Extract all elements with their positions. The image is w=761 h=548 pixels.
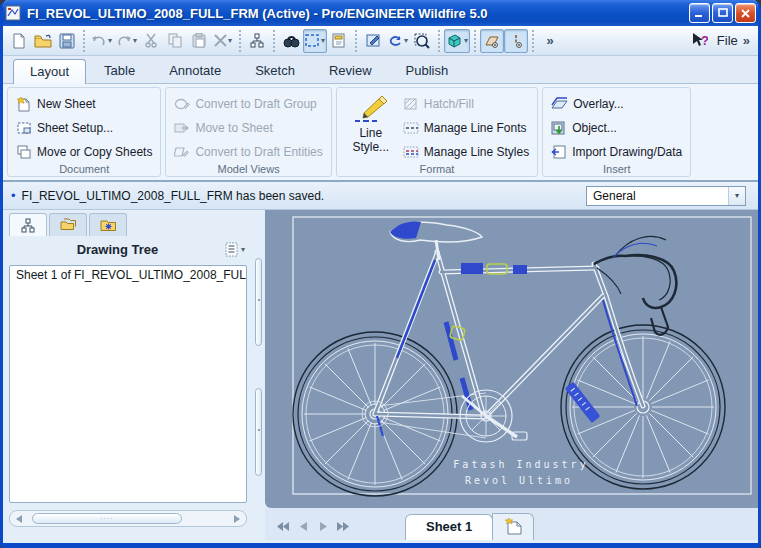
convert-to-draft-entities-button[interactable]: Convert to Draft Entities [174, 140, 322, 164]
line-style-button[interactable]: Line Style... [345, 92, 397, 164]
new-sheet-button[interactable]: New Sheet [16, 92, 152, 116]
tab-review[interactable]: Review [313, 59, 388, 83]
splitter-handle-lower[interactable] [255, 388, 262, 476]
refresh-caret[interactable]: ▾ [404, 36, 408, 45]
sheet-frame [293, 217, 751, 494]
ribbon-group-format: Line Style... Hatch/Fill Manage Line Fon… [336, 87, 538, 177]
new-sheet-tab-button[interactable] [492, 513, 534, 540]
tab-model-tree[interactable] [9, 213, 47, 236]
main-toolbar: ▾ ▾ ▾ ▾ ▾ ▾ [3, 26, 758, 56]
tab-publish[interactable]: Publish [390, 59, 465, 83]
overlay-label: Overlay... [573, 97, 623, 111]
next-sheet-button[interactable] [313, 515, 333, 537]
ribbon: New Sheet Sheet Setup... Move or Copy Sh… [3, 84, 758, 182]
brand-text-line1: Fatash Industry [453, 459, 588, 470]
scrollbar-thumb[interactable]: ···· [32, 513, 182, 524]
redo-button[interactable]: ▾ [114, 29, 139, 53]
combobox-dropdown-icon[interactable]: ▾ [728, 187, 745, 205]
undo-caret[interactable]: ▾ [108, 36, 112, 45]
new-sheet-label: New Sheet [37, 97, 96, 111]
datum-planes-toggle[interactable] [480, 29, 504, 53]
select-items-button[interactable]: ▾ [303, 29, 327, 53]
tree-settings-button[interactable]: ▾ [224, 242, 245, 257]
display-style-button[interactable]: ▾ [444, 29, 470, 53]
scroll-left-icon[interactable] [12, 515, 26, 523]
scroll-right-icon[interactable] [230, 515, 244, 523]
save-button[interactable] [55, 29, 79, 53]
datum-axes-toggle[interactable] [504, 29, 528, 53]
delete-caret[interactable]: ▾ [228, 36, 232, 45]
copy-button[interactable] [163, 29, 187, 53]
panel-title: Drawing Tree [11, 242, 224, 257]
line-style-label: Line Style... [345, 127, 397, 155]
manage-line-styles-button[interactable]: Manage Line Styles [403, 140, 529, 164]
ribbon-group-insert: Overlay... Object... Import Drawing/Data… [542, 87, 691, 177]
move-copy-sheets-label: Move or Copy Sheets [37, 145, 152, 159]
tab-annotate[interactable]: Annotate [153, 59, 237, 83]
sheet-setup-label: Sheet Setup... [37, 121, 113, 135]
convert-to-draft-group-label: Convert to Draft Group [195, 97, 316, 111]
tab-detail-tree[interactable] [89, 213, 127, 236]
graphics-canvas[interactable]: Fatash Industry Revol Ultimo [265, 210, 758, 508]
frame-accents [377, 260, 637, 436]
selection-filter-button[interactable] [327, 29, 351, 53]
minimize-button[interactable] [689, 3, 710, 23]
sheet-setup-button[interactable]: Sheet Setup... [16, 116, 152, 140]
bicycle-frame [375, 252, 643, 417]
convert-to-draft-group-button[interactable]: Convert to Draft Group [174, 92, 322, 116]
app-icon [5, 5, 21, 21]
svg-text:?: ? [701, 33, 708, 48]
tree-horizontal-scrollbar[interactable]: ···· [9, 510, 247, 527]
overlay-button[interactable]: Overlay... [551, 92, 682, 116]
delete-button[interactable]: ▾ [211, 29, 235, 53]
object-button[interactable]: Object... [551, 116, 682, 140]
drawing-tree[interactable]: Sheet 1 of FI_REVOL_ULTIMO_2008_FULL [9, 265, 247, 503]
toolbar-separator [474, 30, 476, 52]
find-button[interactable] [279, 29, 303, 53]
new-file-button[interactable] [7, 29, 31, 53]
file-menu-chevron[interactable]: » [743, 33, 750, 48]
tab-layer-tree[interactable] [49, 213, 87, 236]
splitter-handle-upper[interactable] [255, 258, 262, 346]
import-drawing-data-button[interactable]: Import Drawing/Data [551, 140, 682, 164]
navigator-tabs [3, 210, 253, 236]
tab-table[interactable]: Table [88, 59, 151, 83]
hatch-fill-label: Hatch/Fill [424, 97, 474, 111]
display-style-caret[interactable]: ▾ [464, 36, 468, 45]
undo-button[interactable]: ▾ [89, 29, 114, 53]
model-tree-toggle-button[interactable] [245, 29, 269, 53]
first-sheet-button[interactable] [273, 515, 293, 537]
panel-header: Drawing Tree ▾ [3, 236, 253, 262]
main-area: Drawing Tree ▾ Sheet 1 of FI_REVOL_ULTIM… [3, 210, 758, 540]
toolbar-overflow-button[interactable]: » [538, 29, 562, 53]
repaint-button[interactable] [361, 29, 385, 53]
view-filter-combobox[interactable]: General ▾ [586, 186, 746, 206]
group-caption-format: Format [337, 163, 537, 175]
cut-button[interactable] [139, 29, 163, 53]
panel-splitter[interactable] [253, 210, 265, 540]
tree-settings-caret: ▾ [241, 245, 245, 254]
move-copy-sheets-button[interactable]: Move or Copy Sheets [16, 140, 152, 164]
redo-caret[interactable]: ▾ [133, 36, 137, 45]
last-sheet-button[interactable] [333, 515, 353, 537]
previous-sheet-button[interactable] [293, 515, 313, 537]
convert-to-draft-entities-label: Convert to Draft Entities [195, 145, 322, 159]
file-menu[interactable]: File [717, 33, 738, 48]
context-help-button[interactable]: ? [688, 29, 712, 53]
move-to-sheet-button[interactable]: Move to Sheet [174, 116, 322, 140]
restore-button[interactable] [712, 3, 733, 23]
sheet-tab-active[interactable]: Sheet 1 [405, 514, 493, 540]
refresh-button[interactable]: ▾ [385, 29, 410, 53]
open-file-button[interactable] [31, 29, 55, 53]
tab-sketch[interactable]: Sketch [239, 59, 311, 83]
zoom-window-button[interactable] [410, 29, 434, 53]
paste-button[interactable] [187, 29, 211, 53]
hatch-fill-button[interactable]: Hatch/Fill [403, 92, 529, 116]
close-button[interactable] [735, 3, 756, 23]
toolbar-separator [273, 30, 275, 52]
tab-layout[interactable]: Layout [13, 59, 86, 84]
manage-line-fonts-button[interactable]: Manage Line Fonts [403, 116, 529, 140]
title-bar[interactable]: FI_REVOL_ULTIMO_2008_FULL_FRM (Active) -… [0, 0, 761, 26]
select-caret[interactable]: ▾ [321, 36, 325, 45]
tree-item-sheet1[interactable]: Sheet 1 of FI_REVOL_ULTIMO_2008_FULL [10, 266, 246, 284]
